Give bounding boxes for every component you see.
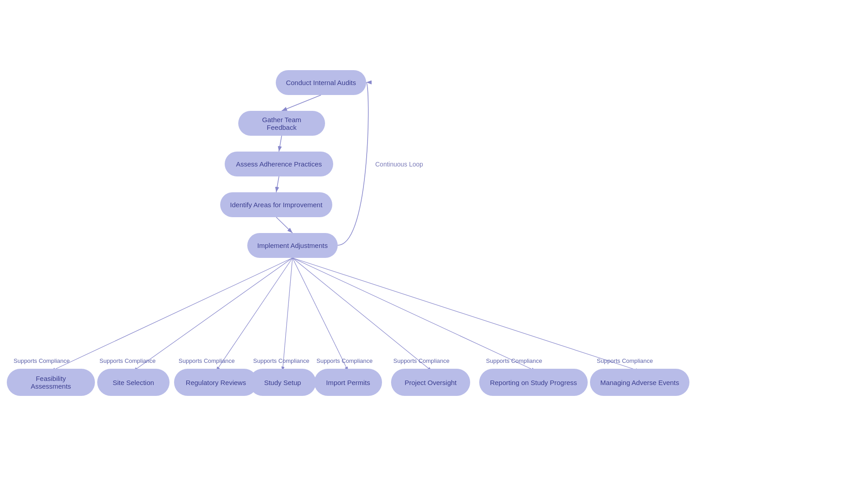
- svg-line-12: [292, 258, 536, 371]
- assess-adherence-label: Assess Adherence Practices: [236, 160, 322, 168]
- site-selection-label: Site Selection: [113, 379, 154, 386]
- svg-line-13: [292, 258, 640, 371]
- study-setup-node: Study Setup: [249, 369, 316, 396]
- supports-compliance-feasibility: Supports Compliance: [14, 357, 70, 364]
- svg-line-2: [282, 95, 321, 111]
- regulatory-reviews-node: Regulatory Reviews: [174, 369, 258, 396]
- identify-areas-label: Identify Areas for Improvement: [230, 201, 322, 209]
- supports-compliance-managing: Supports Compliance: [597, 357, 653, 364]
- managing-adverse-node: Managing Adverse Events: [590, 369, 689, 396]
- regulatory-reviews-label: Regulatory Reviews: [186, 379, 246, 386]
- conduct-internal-audits-node: Conduct Internal Audits: [276, 70, 366, 95]
- import-permits-node: Import Permits: [314, 369, 382, 396]
- study-setup-label: Study Setup: [264, 379, 301, 386]
- identify-areas-node: Identify Areas for Improvement: [220, 192, 332, 217]
- svg-line-7: [133, 258, 292, 371]
- assess-adherence-node: Assess Adherence Practices: [225, 152, 333, 176]
- site-selection-node: Site Selection: [97, 369, 170, 396]
- supports-compliance-import: Supports Compliance: [316, 357, 373, 364]
- reporting-node: Reporting on Study Progress: [479, 369, 588, 396]
- diagram-container: Conduct Internal Audits Gather Team Feed…: [0, 0, 868, 490]
- svg-line-9: [283, 258, 292, 371]
- implement-adjustments-node: Implement Adjustments: [247, 233, 338, 258]
- svg-line-6: [51, 258, 292, 371]
- svg-line-8: [216, 258, 292, 371]
- conduct-internal-audits-label: Conduct Internal Audits: [286, 79, 356, 86]
- svg-line-3: [279, 136, 282, 152]
- svg-line-10: [292, 258, 348, 371]
- implement-adjustments-label: Implement Adjustments: [257, 242, 328, 249]
- supports-compliance-reporting: Supports Compliance: [486, 357, 542, 364]
- gather-team-feedback-node: Gather Team Feedback: [238, 111, 325, 136]
- continuous-loop-label: Continuous Loop: [375, 161, 423, 168]
- managing-adverse-label: Managing Adverse Events: [600, 379, 679, 386]
- project-oversight-label: Project Oversight: [405, 379, 457, 386]
- svg-line-4: [276, 176, 279, 192]
- project-oversight-node: Project Oversight: [391, 369, 470, 396]
- import-permits-label: Import Permits: [326, 379, 370, 386]
- feasibility-assessments-node: Feasibility Assessments: [7, 369, 95, 396]
- svg-line-5: [276, 217, 292, 233]
- svg-line-11: [292, 258, 432, 371]
- supports-compliance-project: Supports Compliance: [393, 357, 449, 364]
- supports-compliance-study: Supports Compliance: [253, 357, 309, 364]
- supports-compliance-site: Supports Compliance: [99, 357, 156, 364]
- reporting-label: Reporting on Study Progress: [490, 379, 577, 386]
- feasibility-label: Feasibility Assessments: [16, 375, 86, 390]
- supports-compliance-regulatory: Supports Compliance: [179, 357, 235, 364]
- connections-svg: [0, 0, 868, 490]
- gather-team-feedback-label: Gather Team Feedback: [247, 116, 316, 131]
